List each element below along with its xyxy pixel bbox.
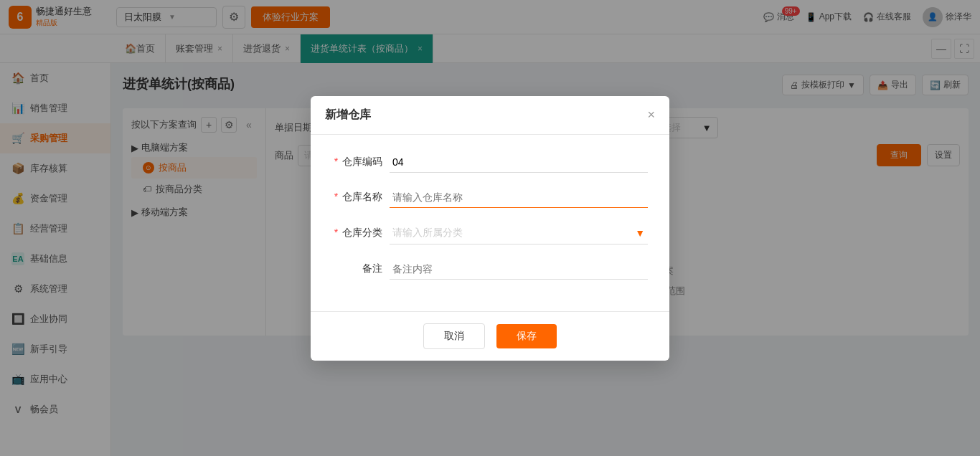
warehouse-code-field: * 仓库编码: [332, 152, 648, 173]
warehouse-name-input[interactable]: [390, 187, 648, 208]
warehouse-category-select[interactable]: 请输入所属分类 ▼: [390, 222, 648, 244]
required-star-code: *: [334, 156, 338, 167]
category-select-arrow: ▼: [635, 227, 645, 239]
warehouse-category-label: * 仓库分类: [332, 227, 390, 239]
category-placeholder: 请输入所属分类: [392, 227, 463, 239]
modal-new-warehouse: 新增仓库 × * 仓库编码 * 仓库名称: [311, 96, 669, 361]
modal-title: 新增仓库: [325, 108, 371, 123]
warehouse-code-input[interactable]: [390, 152, 648, 173]
modal-footer: 取消 保存: [311, 311, 669, 361]
warehouse-name-field: * 仓库名称: [332, 187, 648, 208]
warehouse-name-label: * 仓库名称: [332, 191, 390, 204]
modal-body: * 仓库编码 * 仓库名称 * 仓库分类 请输入所属: [311, 135, 669, 311]
required-star-name: *: [334, 191, 338, 202]
warehouse-category-field: * 仓库分类 请输入所属分类 ▼: [332, 222, 648, 244]
save-button[interactable]: 保存: [496, 324, 557, 348]
cancel-button[interactable]: 取消: [423, 323, 485, 349]
warehouse-remark-label: 备注: [332, 262, 390, 275]
warehouse-remark-input[interactable]: [390, 259, 648, 280]
warehouse-remark-field: 备注: [332, 259, 648, 280]
warehouse-code-label: * 仓库编码: [332, 156, 390, 168]
required-star-category: *: [334, 227, 338, 238]
modal-header: 新增仓库 ×: [311, 96, 669, 135]
modal-close-button[interactable]: ×: [647, 108, 655, 121]
modal-overlay[interactable]: 新增仓库 × * 仓库编码 * 仓库名称: [0, 0, 980, 456]
